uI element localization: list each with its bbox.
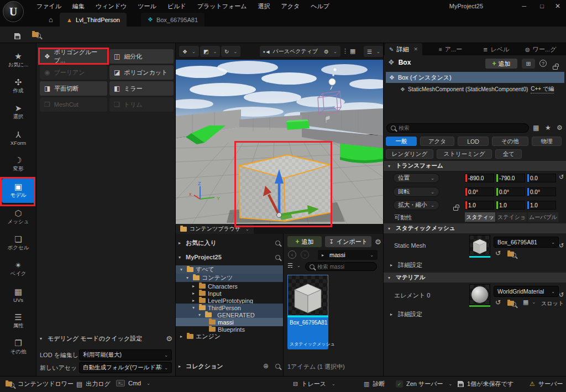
cpp-edit-link[interactable]: C++ で編 <box>531 85 554 93</box>
static-mesh-dropdown[interactable]: Box_66795A81⌄ <box>494 237 559 248</box>
perspective-dropdown[interactable]: ▪◄パースペクティブ⌄ <box>260 46 329 57</box>
scale-x-field[interactable]: 1.0 <box>465 201 494 210</box>
viewport-layout-icon[interactable]: ▦ <box>350 48 355 55</box>
scale-z-field[interactable]: 1.0 <box>527 201 556 210</box>
server-status[interactable]: ⚠ サーバー <box>530 380 563 388</box>
filter-pill-misc[interactable]: その他 <box>492 137 528 146</box>
collections-section[interactable]: ▸コレクション ⊕ <box>179 360 280 372</box>
unreal-logo-icon[interactable]: U <box>3 1 24 22</box>
tab-world-settings[interactable]: ◍ワー...グ <box>521 43 560 55</box>
rotation-z-field[interactable]: 0.0° <box>527 187 556 196</box>
forward-icon[interactable]: › <box>301 250 309 259</box>
maximize-button[interactable]: □ <box>540 3 544 9</box>
table-view-icon[interactable]: ▦ <box>533 124 539 132</box>
back-icon[interactable]: ‹ <box>288 250 296 259</box>
tree-item-content[interactable]: ▾コンテンツ <box>186 274 233 281</box>
tool-plane-cut[interactable]: ◨平面切断 <box>40 81 107 96</box>
menu-window[interactable]: ウィンドウ <box>90 0 132 13</box>
menu-build[interactable]: ビルド <box>162 0 192 13</box>
viewport-scene[interactable]: Z Y x <box>176 60 383 224</box>
rail-mesh[interactable]: ⬡メッシュ <box>0 205 36 230</box>
tab-levels[interactable]: ≣レベル <box>479 43 513 55</box>
component-graph-icon[interactable]: ⊞ <box>522 59 535 69</box>
filter-pill-streaming[interactable]: ストリーミング <box>437 149 492 159</box>
details-search[interactable] <box>386 123 529 133</box>
tree-item-characters[interactable]: ▸Characters <box>192 283 238 290</box>
rail-favorites[interactable]: ★お気に... <box>0 48 36 73</box>
gear-icon[interactable]: ⚙ <box>166 334 172 343</box>
filter-pill-rendering[interactable]: レンダリング <box>386 149 433 159</box>
tab-asset[interactable]: ❖ Box_66795A81 <box>141 13 205 27</box>
filter-pill-actor[interactable]: アクタ <box>420 137 454 146</box>
asset-search[interactable] <box>305 262 377 271</box>
rail-create[interactable]: ✣作成 <box>0 74 36 99</box>
viewport-select-dropdown[interactable]: ❖⌄ <box>179 46 199 57</box>
material-thumbnail[interactable] <box>469 284 490 305</box>
gear-icon[interactable]: ⚙ <box>375 238 381 246</box>
component-row-instance[interactable]: ❖ Box (インスタンス) <box>386 72 564 83</box>
filter-pill-physics[interactable]: 物理 <box>532 137 562 146</box>
reset-icon[interactable]: ↺ <box>559 291 564 299</box>
zen-server-dropdown[interactable]: ✓ Zen サーバー⌄ <box>396 380 452 388</box>
filter-icon[interactable]: ☴⌄ <box>287 262 301 269</box>
viewport-rotate-dropdown[interactable]: ↻⌄ <box>221 46 240 57</box>
reset-icon[interactable]: ↺ <box>559 174 564 181</box>
tab-details[interactable]: ✎ 詳細 ✕ <box>385 43 422 55</box>
static-mesh-thumbnail[interactable] <box>469 235 490 256</box>
materials-section-header[interactable]: ▾マテリアル <box>384 273 566 283</box>
content-browser-tab[interactable]: コンテンツブラウザ⌄ <box>176 224 254 234</box>
tree-item-massi[interactable]: massi <box>209 318 234 326</box>
expander-icon[interactable]: ▸ <box>179 364 183 369</box>
rotation-y-field[interactable]: 0.0° <box>496 187 525 196</box>
browse-to-asset-icon[interactable] <box>507 300 516 307</box>
expander-icon[interactable]: ▾ <box>40 336 44 341</box>
details-search-input[interactable] <box>399 125 525 131</box>
menu-help[interactable]: ヘルプ <box>305 0 335 13</box>
tree-item-all[interactable]: ▾すべて <box>180 266 214 273</box>
rail-uvs[interactable]: ▦UVs <box>0 283 36 308</box>
scale-dropdown[interactable]: 拡大・縮小⌄ <box>393 200 439 210</box>
filter-pill-all[interactable]: 全て <box>495 149 522 159</box>
tree-item-input[interactable]: ▸Input <box>192 290 221 297</box>
gear-icon[interactable]: ⚙ <box>557 124 563 132</box>
viewport-settings-dropdown[interactable]: ⚙⌄ <box>321 46 340 57</box>
lod-edit-dropdown[interactable]: 利用可能(最大)⌄ <box>79 349 172 360</box>
scale-y-field[interactable]: 1.0 <box>496 201 525 210</box>
location-dropdown[interactable]: 位置⌄ <box>393 173 439 183</box>
minimize-button[interactable]: ─ <box>522 3 526 9</box>
tool-meshcut[interactable]: ❒MeshCut <box>40 97 107 112</box>
location-y-field[interactable]: -790.0 <box>496 174 525 182</box>
tool-mirror[interactable]: ◧ミラー <box>109 81 174 96</box>
tab-level[interactable]: ▲ Lvl_ThirdPerson <box>60 13 127 27</box>
import-button[interactable]: ↧インポート <box>325 236 371 247</box>
rail-misc[interactable]: ❐その他 <box>0 334 36 360</box>
rail-xform[interactable]: ⅄XForm <box>0 126 36 151</box>
unsaved-indicator[interactable]: 1個が未保存です <box>458 380 513 388</box>
use-selected-icon[interactable]: ↺ <box>495 249 501 257</box>
star-icon[interactable]: ★ <box>545 124 551 132</box>
add-component-button[interactable]: +追加 <box>485 59 517 69</box>
menu-file[interactable]: ファイル <box>31 0 67 13</box>
cmd-dropdown[interactable]: >_ Cmd⌄ <box>116 380 150 386</box>
save-icon[interactable] <box>14 32 20 41</box>
materials-advanced[interactable]: ▸詳細設定 <box>390 310 422 318</box>
location-x-field[interactable]: -890.0 <box>465 174 494 182</box>
tool-polycut[interactable]: ◪ポリゴンカット <box>109 65 174 80</box>
rail-voxel[interactable]: ❏ボクセル <box>0 231 36 256</box>
staticmesh-section-header[interactable]: ▾スタティックメッシュ <box>384 223 566 233</box>
asset-search-input[interactable] <box>317 264 373 270</box>
rail-model[interactable]: ▣モデル <box>2 179 35 203</box>
viewport-menu-dropdown[interactable]: ☰⌄ <box>364 46 384 57</box>
browse-to-asset-icon[interactable] <box>507 250 516 258</box>
trace-dropdown[interactable]: ⊟ トレース⌄ <box>293 380 336 388</box>
diagnostics-button[interactable]: ▥ 診断 <box>364 380 385 388</box>
rail-bake[interactable]: ✴ベイク <box>0 257 36 282</box>
expander-icon[interactable]: ▸ <box>179 241 183 245</box>
tool-polygroup-edit[interactable]: ❖ポリゴングループ... <box>40 49 107 64</box>
search-icon[interactable] <box>275 241 280 245</box>
search-icon[interactable] <box>275 255 280 260</box>
reset-icon[interactable]: ↺ <box>559 242 564 249</box>
menu-edit[interactable]: 編集 <box>67 0 90 13</box>
expander-icon[interactable]: ▾ <box>179 255 183 260</box>
lock-icon[interactable] <box>553 66 558 70</box>
